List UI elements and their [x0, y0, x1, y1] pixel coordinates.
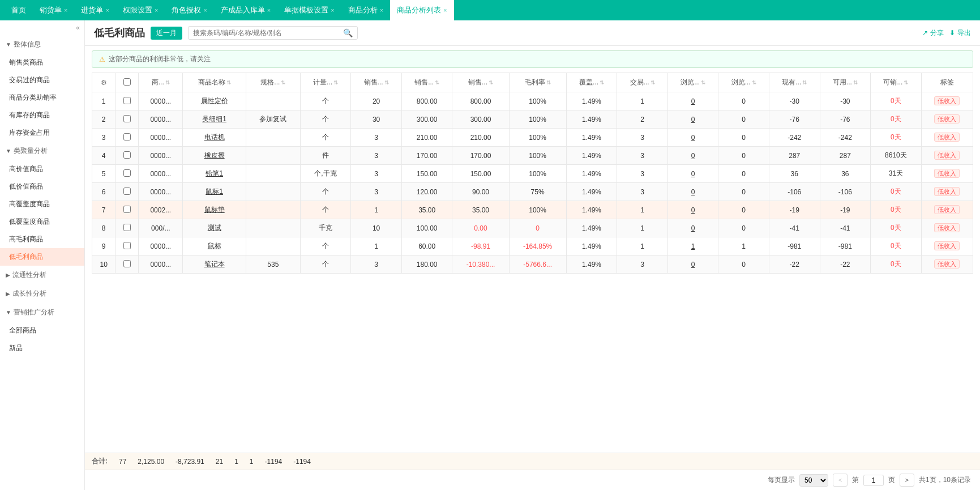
row-browse1[interactable]: 1 — [667, 237, 718, 255]
sidebar-collapse-btn[interactable]: « — [0, 20, 84, 35]
sidebar-item-low-value[interactable]: 低价值商品 — [0, 178, 84, 195]
row-name[interactable]: 笔记本 — [183, 255, 246, 274]
row-browse1[interactable]: 0 — [667, 110, 718, 129]
col-spec[interactable]: 规格...⇅ — [246, 73, 300, 92]
row-browse1[interactable]: 0 — [667, 92, 718, 110]
row-checkbox[interactable] — [115, 201, 139, 219]
row-name[interactable]: 属性定价 — [183, 92, 246, 110]
sidebar-item-low-coverage[interactable]: 低覆盖度商品 — [0, 213, 84, 231]
sidebar-item-high-margin[interactable]: 高毛利商品 — [0, 231, 84, 248]
nav-item-product-entry[interactable]: 产成品入库单 × — [214, 0, 277, 20]
row-select-checkbox[interactable] — [123, 188, 131, 195]
sidebar-item-inventory-fund[interactable]: 库存资金占用 — [0, 124, 84, 142]
select-all-checkbox[interactable] — [123, 78, 131, 86]
nav-item-purchase[interactable]: 进货单 × — [74, 0, 115, 20]
sidebar-item-category-rate[interactable]: 商品分类助销率 — [0, 89, 84, 106]
export-button[interactable]: ⬇ 导出 — [949, 28, 971, 38]
next-page-button[interactable]: ＞ — [900, 474, 914, 487]
row-select-checkbox[interactable] — [123, 169, 131, 177]
row-checkbox[interactable] — [115, 147, 139, 165]
close-icon[interactable]: × — [203, 7, 207, 14]
search-icon[interactable]: 🔍 — [343, 28, 353, 37]
col-sales-profit[interactable]: 销售...⇅ — [452, 73, 509, 92]
col-sellable[interactable]: 可销...⇅ — [871, 73, 922, 92]
sidebar-item-new-products[interactable]: 新品 — [0, 339, 84, 357]
row-browse1[interactable]: 0 — [667, 129, 718, 147]
nav-item-sales[interactable]: 销货单 × — [33, 0, 74, 20]
col-checkbox[interactable] — [115, 73, 139, 92]
sidebar-group-flow[interactable]: ▶ 流通性分析 — [0, 266, 84, 284]
col-gross-margin[interactable]: 毛利率⇅ — [509, 73, 566, 92]
sidebar-item-high-coverage[interactable]: 高覆盖度商品 — [0, 195, 84, 213]
sidebar-group-cluster[interactable]: ▼ 类聚量分析 — [0, 142, 84, 160]
row-checkbox[interactable] — [115, 255, 139, 274]
row-select-checkbox[interactable] — [123, 206, 131, 213]
sidebar-item-low-margin[interactable]: 低毛利商品 — [0, 248, 84, 266]
row-name[interactable]: 橡皮擦 — [183, 147, 246, 165]
row-select-checkbox[interactable] — [123, 224, 131, 231]
row-select-checkbox[interactable] — [123, 133, 131, 140]
row-browse1[interactable]: 0 — [667, 165, 718, 183]
col-unit[interactable]: 计量...⇅ — [300, 73, 351, 92]
nav-item-analysis-list[interactable]: 商品分析列表 × — [390, 0, 453, 20]
col-name[interactable]: 商品名称⇅ — [183, 73, 246, 92]
col-coverage[interactable]: 覆盖...⇅ — [566, 73, 617, 92]
row-select-checkbox[interactable] — [123, 151, 131, 159]
row-select-checkbox[interactable] — [123, 115, 131, 122]
prev-page-button[interactable]: ＜ — [833, 474, 848, 487]
row-select-checkbox[interactable] — [123, 260, 131, 267]
row-name[interactable]: 鼠标垫 — [183, 201, 246, 219]
col-code[interactable]: 商...⇅ — [139, 73, 183, 92]
row-checkbox[interactable] — [115, 129, 139, 147]
col-current-stock[interactable]: 现有...⇅ — [769, 73, 820, 92]
close-icon[interactable]: × — [267, 7, 271, 14]
row-name[interactable]: 电话机 — [183, 129, 246, 147]
col-available[interactable]: 可用...⇅ — [820, 73, 871, 92]
col-transaction[interactable]: 交易...⇅ — [617, 73, 668, 92]
col-settings[interactable]: ⚙ — [92, 73, 115, 92]
row-name[interactable]: 铅笔1 — [183, 165, 246, 183]
close-icon[interactable]: × — [64, 7, 67, 14]
row-name[interactable]: 鼠标1 — [183, 183, 246, 201]
sidebar-group-marketing[interactable]: ▼ 营销推广分析 — [0, 303, 84, 322]
col-browse2[interactable]: 浏览...⇅ — [718, 73, 769, 92]
row-checkbox[interactable] — [115, 219, 139, 237]
row-browse1[interactable]: 0 — [667, 255, 718, 274]
row-browse1[interactable]: 0 — [667, 219, 718, 237]
close-icon[interactable]: × — [105, 7, 109, 14]
row-browse1[interactable]: 0 — [667, 183, 718, 201]
row-checkbox[interactable] — [115, 110, 139, 129]
date-filter-button[interactable]: 近一月 — [151, 27, 182, 40]
nav-item-permission[interactable]: 权限设置 × — [116, 0, 165, 20]
col-tag[interactable]: 标签 — [921, 73, 973, 92]
row-name[interactable]: 吴细细1 — [183, 110, 246, 129]
row-checkbox[interactable] — [115, 165, 139, 183]
col-sales-count[interactable]: 销售...⇅ — [351, 73, 402, 92]
row-browse1[interactable]: 0 — [667, 147, 718, 165]
col-browse1[interactable]: 浏览...⇅ — [667, 73, 718, 92]
row-checkbox[interactable] — [115, 183, 139, 201]
share-button[interactable]: ↗ 分享 — [922, 28, 944, 38]
nav-item-home[interactable]: 首页 — [5, 0, 33, 20]
row-name[interactable]: 鼠标 — [183, 237, 246, 255]
sidebar-item-all-products[interactable]: 全部商品 — [0, 322, 84, 339]
sidebar-item-sales-products[interactable]: 销售类商品 — [0, 54, 84, 71]
sidebar-item-traded-products[interactable]: 交易过的商品 — [0, 71, 84, 89]
page-input[interactable] — [863, 475, 884, 486]
sidebar-group-overall[interactable]: ▼ 整体信息 — [0, 35, 84, 54]
sidebar-item-stocked-products[interactable]: 有库存的商品 — [0, 106, 84, 124]
sidebar-item-high-value[interactable]: 高价值商品 — [0, 160, 84, 178]
close-icon[interactable]: × — [155, 7, 158, 14]
close-icon[interactable]: × — [331, 7, 334, 14]
close-icon[interactable]: × — [380, 7, 383, 14]
col-sales-price[interactable]: 销售...⇅ — [401, 73, 452, 92]
page-size-select[interactable]: 50 100 200 — [799, 474, 828, 487]
row-checkbox[interactable] — [115, 237, 139, 255]
row-select-checkbox[interactable] — [123, 97, 131, 104]
row-browse1[interactable]: 0 — [667, 201, 718, 219]
row-select-checkbox[interactable] — [123, 242, 131, 249]
row-name[interactable]: 测试 — [183, 219, 246, 237]
close-icon[interactable]: × — [443, 7, 447, 14]
nav-item-template[interactable]: 单据模板设置 × — [277, 0, 341, 20]
nav-item-analysis[interactable]: 商品分析 × — [341, 0, 390, 20]
